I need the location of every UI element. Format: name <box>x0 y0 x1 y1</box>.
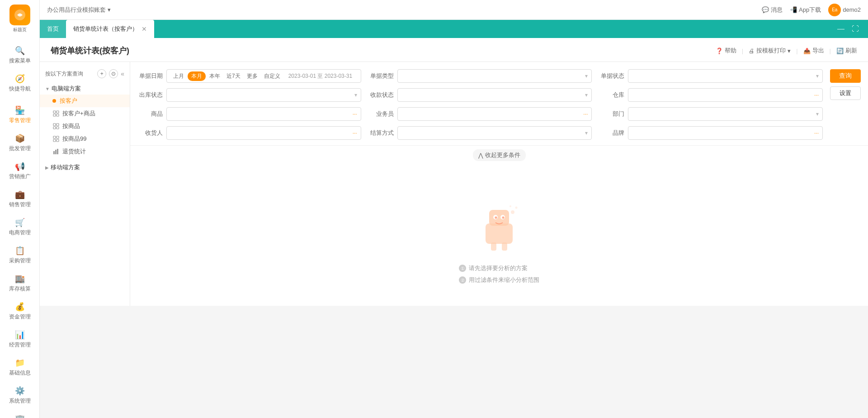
department-control[interactable]: ▾ <box>628 107 823 121</box>
help-btn[interactable]: ❓ 帮助 <box>716 47 736 55</box>
message-btn[interactable]: 💬 消息 <box>762 6 783 14</box>
settings-button[interactable]: 设置 <box>830 86 861 100</box>
tab-home[interactable]: 首页 <box>40 20 66 38</box>
type-control[interactable]: ▾ <box>397 69 592 83</box>
system-icon: ⚙️ <box>15 386 25 396</box>
filter-settlement: 结算方式 ▾ <box>368 126 592 140</box>
active-dot-icon <box>52 99 56 103</box>
svg-point-25 <box>515 207 518 209</box>
type-dropdown-icon: ▾ <box>585 73 588 79</box>
scheme-collapse-btn[interactable]: « <box>121 70 124 77</box>
sidebar-item-retail[interactable]: 🏪 零售管理 <box>0 101 39 129</box>
main-content: 办公用品行业模拟账套 ▾ 💬 消息 📲 App下载 Ea demo2 首页 <box>40 0 868 418</box>
scheme-group-mobile-label: 移动端方案 <box>51 163 80 171</box>
scheme-group-desktop-header[interactable]: ▼ 电脑端方案 <box>40 83 130 95</box>
receiver-control[interactable]: ··· <box>166 126 361 140</box>
brand-control[interactable]: ··· <box>628 126 823 140</box>
date-shortcut-custom[interactable]: 自定义 <box>261 71 283 81</box>
date-shortcut-this-month[interactable]: 本月 <box>188 71 206 81</box>
tab-close-btn[interactable]: ✕ <box>142 25 147 33</box>
print-btn[interactable]: 🖨 按模板打印 ▾ <box>749 47 791 55</box>
sidebar-item-finance[interactable]: 💰 资金管理 <box>0 297 39 325</box>
filter-status: 单据状态 ▾ <box>599 69 823 83</box>
scheme-item-customer-goods[interactable]: 按客户+商品 <box>40 107 130 120</box>
app-logo[interactable]: 标题页 <box>0 0 39 38</box>
group-arrow2-icon: ▶ <box>45 165 49 170</box>
svg-rect-22 <box>491 242 496 251</box>
tab-sales-stats[interactable]: 销货单统计表（按客户） ✕ <box>66 20 154 38</box>
page: 销货单统计表(按客户) ❓ 帮助 | 🖨 按模板打印 ▾ | 📤 导出 | <box>40 38 868 418</box>
goods-control[interactable]: ··· <box>166 107 361 121</box>
scheme-item-return-stats[interactable]: 退货统计 <box>40 145 130 158</box>
sidebar-item-sales[interactable]: 💼 销售管理 <box>0 185 39 213</box>
date-shortcut-more[interactable]: 更多 <box>244 71 260 81</box>
app-download-btn[interactable]: 📲 App下载 <box>790 6 821 14</box>
sidebar-item-inventory[interactable]: 🏬 库存核算 <box>0 269 39 297</box>
date-shortcut-this-year[interactable]: 本年 <box>207 71 223 81</box>
scheme-item-by-customer[interactable]: 按客户 <box>40 95 130 107</box>
tabbar-actions: — ⛶ <box>835 24 868 34</box>
date-control[interactable]: 上月 本月 本年 近7天 更多 自定义 2023-03-01 至 2023-03… <box>166 69 361 83</box>
message-label: 消息 <box>771 6 783 14</box>
sidebar-item-base[interactable]: 📁 基础信息 <box>0 353 39 381</box>
query-button[interactable]: 查询 <box>830 69 861 83</box>
brand-more-icon: ··· <box>814 130 819 136</box>
scheme-item-by-goods[interactable]: 按商品 <box>40 120 130 133</box>
page-title: 销货单统计表(按客户) <box>51 45 129 56</box>
sidebar-item-label: 营销推广 <box>9 173 31 180</box>
sidebar-item-enterprise[interactable]: 🏢 企业协同 <box>0 409 39 418</box>
collapse-button[interactable]: ⋀ 收起更多条件 <box>473 149 526 161</box>
filter-content-area: 单据日期 上月 本月 本年 近7天 更多 自定义 <box>130 62 868 306</box>
svg-rect-2 <box>57 111 59 113</box>
page-header-actions: ❓ 帮助 | 🖨 按模板打印 ▾ | 📤 导出 | 🔄 刷新 <box>716 47 857 55</box>
refresh-btn[interactable]: 🔄 刷新 <box>836 47 857 55</box>
brand-label: 品牌 <box>599 129 624 137</box>
refresh-icon: 🔄 <box>836 48 844 54</box>
sidebar-item-shortcuts[interactable]: 🧭 快捷导航 <box>0 69 39 97</box>
separator1: | <box>742 48 743 54</box>
empty-hints: ① 请先选择要分析的方案 ② 用过滤条件来缩小分析范围 <box>459 264 539 288</box>
sidebar-item-system[interactable]: ⚙️ 系统管理 <box>0 381 39 409</box>
scheme-group-mobile-header[interactable]: ▶ 移动端方案 <box>40 162 130 173</box>
company-selector[interactable]: 办公用品行业模拟账套 ▾ <box>47 6 111 14</box>
retail-icon: 🏪 <box>15 105 25 115</box>
svg-rect-16 <box>486 223 513 244</box>
sidebar-item-search[interactable]: 🔍 搜索菜单 <box>0 41 39 69</box>
sidebar-item-ecommerce[interactable]: 🛒 电商管理 <box>0 213 39 241</box>
scheme-setting-btn[interactable]: ⊙ <box>109 69 118 78</box>
sidebar-item-label: 电商管理 <box>9 229 31 237</box>
sidebar-item-purchase[interactable]: 📋 采购管理 <box>0 241 39 269</box>
settlement-control[interactable]: ▾ <box>397 126 592 140</box>
date-shortcut-last-month[interactable]: 上月 <box>170 71 187 81</box>
logo-text: 标题页 <box>13 27 27 33</box>
download-icon: 📲 <box>790 6 797 13</box>
sidebar-item-label: 库存核算 <box>9 285 31 293</box>
user-menu[interactable]: Ea demo2 <box>828 4 861 16</box>
svg-rect-7 <box>53 127 56 129</box>
sidebar-item-operation[interactable]: 📊 经营管理 <box>0 325 39 353</box>
tab-maximize-btn[interactable]: ⛶ <box>850 24 861 34</box>
salesperson-control[interactable]: ··· <box>397 107 592 121</box>
date-shortcut-7days[interactable]: 近7天 <box>224 71 243 81</box>
search-icon: 🔍 <box>15 46 25 56</box>
tab-minimize-btn[interactable]: — <box>835 24 846 34</box>
date-range-text: 2023-03-01 至 2023-03-31 <box>288 72 352 80</box>
scheme-item-label: 按客户+商品 <box>62 109 95 118</box>
status-dropdown-icon: ▾ <box>816 73 819 79</box>
avatar: Ea <box>828 4 841 16</box>
scheme-add-btn[interactable]: + <box>97 69 106 78</box>
inventory-icon: 🏬 <box>15 274 25 284</box>
scheme-item-by-goods-99[interactable]: 按商品99 <box>40 133 130 145</box>
operation-icon: 📊 <box>15 330 25 340</box>
scheme-item-label: 按商品99 <box>62 135 86 143</box>
sidebar-item-marketing[interactable]: 📢 营销推广 <box>0 157 39 185</box>
ship-control[interactable]: ▾ <box>166 88 361 102</box>
empty-hint-2: ② 用过滤条件来缩小分析范围 <box>459 276 539 284</box>
department-dropdown-icon: ▾ <box>816 111 819 117</box>
sidebar-item-wholesale[interactable]: 📦 批发管理 <box>0 129 39 157</box>
status-control[interactable]: ▾ <box>628 69 823 83</box>
payment-control[interactable]: ▾ <box>397 88 592 102</box>
warehouse-control[interactable]: ··· <box>628 88 823 102</box>
export-btn[interactable]: 📤 导出 <box>803 47 824 55</box>
date-shortcuts: 上月 本月 本年 近7天 更多 自定义 <box>170 71 283 81</box>
